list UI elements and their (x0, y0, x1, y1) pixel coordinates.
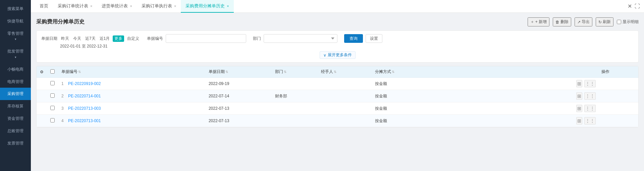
tab-purchase-order-exec[interactable]: 采购订单执行表 × (137, 0, 181, 13)
shortcut-1month[interactable]: 近1月 (99, 35, 111, 42)
doc-no-link[interactable]: PE-20220714-001 (68, 94, 101, 98)
add-button[interactable]: ＋ + 新增 (528, 17, 549, 26)
close-icon[interactable]: × (130, 4, 132, 8)
row-checkbox-cell[interactable] (47, 90, 58, 102)
close-all-icon[interactable]: ✕ (628, 3, 632, 9)
chevron-down-icon: ∨ (323, 53, 326, 58)
row-dept (272, 78, 318, 90)
table-row: 4 PE-20220713-001 2022-07-13 按金额 ⊞ ⋮⋮ (37, 115, 638, 127)
row-split-method: 按金额 (372, 78, 573, 90)
shortcut-more[interactable]: 更多 (113, 35, 124, 42)
close-icon[interactable]: × (227, 4, 229, 8)
row-checkbox[interactable] (50, 118, 55, 122)
row-settings-cell[interactable] (37, 115, 47, 127)
sidebar-item-purchase[interactable]: 采购管理 (0, 88, 31, 100)
show-cols-input[interactable] (617, 20, 621, 24)
row-doc-date: 2022-09-19 (205, 78, 272, 90)
sidebar-item-retail[interactable]: 零售管理 ▾ (0, 27, 31, 46)
col-doc-date-header[interactable]: 单据日期 ⇅ (205, 66, 272, 78)
date-range-display: 2022-01-01 至 2022-12-31 (60, 44, 107, 49)
filter-settings-button[interactable]: 设置 (366, 34, 382, 43)
sidebar-item-ecom[interactable]: 电商管理 (0, 76, 31, 88)
tab-inbound-stats[interactable]: 进货单统计表 × (97, 0, 137, 13)
page-content: 采购费用分摊单历史 ＋ + 新增 🗑 删除 ↗ 导出 ↻ 刷新 (31, 13, 644, 171)
sidebar-item-finance[interactable]: 资金管理 (0, 112, 31, 125)
col-handler-label: 经手人 (321, 69, 333, 75)
sidebar-item-invoice[interactable]: 发票管理 (0, 137, 31, 150)
more-ops-icon[interactable]: ⋮⋮ (584, 105, 596, 112)
show-cols-checkbox[interactable]: 显示明细 (617, 19, 639, 25)
col-checkbox-header[interactable] (47, 66, 58, 78)
expand-conditions-button[interactable]: ∨ 展开更多条件 (320, 51, 356, 59)
row-settings-cell[interactable] (37, 78, 47, 90)
col-ops-header: 操作 (573, 66, 638, 78)
doc-no-input[interactable] (166, 34, 246, 43)
col-handler-header[interactable]: 经手人 ⇅ (318, 66, 372, 78)
delete-button[interactable]: 🗑 删除 (553, 17, 571, 26)
row-checkbox-cell[interactable] (47, 115, 58, 127)
row-settings-cell[interactable] (37, 90, 47, 102)
row-doc-date: 2022-07-13 (205, 115, 272, 127)
select-all-checkbox[interactable] (50, 69, 55, 74)
row-doc-no[interactable]: 3 PE-20220713-003 (58, 102, 205, 115)
view-icon[interactable]: ⊞ (576, 117, 582, 124)
more-ops-icon[interactable]: ⋮⋮ (584, 80, 596, 87)
toolbar: ＋ + 新增 🗑 删除 ↗ 导出 ↻ 刷新 显示明细 (528, 17, 639, 26)
plus-icon: ＋ (530, 19, 534, 25)
view-icon[interactable]: ⊞ (576, 92, 582, 100)
export-button[interactable]: ↗ 导出 (575, 17, 592, 26)
row-settings-cell[interactable] (37, 102, 47, 115)
view-icon[interactable]: ⊞ (576, 105, 582, 112)
close-icon[interactable]: × (174, 4, 176, 8)
row-checkbox[interactable] (50, 106, 55, 110)
row-doc-no[interactable]: 4 PE-20220713-001 (58, 115, 205, 127)
row-checkbox[interactable] (50, 93, 55, 98)
row-checkbox[interactable] (50, 81, 55, 85)
sidebar-item-wholesale[interactable]: 批发管理 ▾ (0, 45, 31, 63)
tab-purchase-cost-split[interactable]: 采购费用分摊单历史 × (181, 0, 233, 13)
fullscreen-icon[interactable]: ⛶ (635, 3, 640, 9)
tab-purchase-order-stats[interactable]: 采购订单统计表 × (53, 0, 97, 13)
sort-icon: ⇅ (334, 70, 336, 74)
doc-no-link[interactable]: PE-20220713-003 (68, 106, 101, 111)
more-ops-icon[interactable]: ⋮⋮ (584, 92, 596, 100)
sidebar-item-inventory[interactable]: 库存核算 (0, 100, 31, 112)
shortcut-today[interactable]: 今天 (72, 35, 82, 42)
row-doc-no[interactable]: 1 PE-20220919-002 (58, 78, 205, 90)
col-split-method-header[interactable]: 分摊方式 ⇅ (372, 66, 573, 78)
shortcut-custom[interactable]: 自定义 (126, 35, 140, 42)
row-doc-no[interactable]: 2 PE-20220714-001 (58, 90, 205, 102)
table-row: 3 PE-20220713-003 2022-07-13 按金额 ⊞ ⋮⋮ (37, 102, 638, 115)
row-ops: ⊞ ⋮⋮ (573, 90, 638, 102)
shortcut-7days[interactable]: 近7天 (84, 35, 97, 42)
view-icon[interactable]: ⊞ (576, 80, 582, 87)
row-number: 2 (61, 94, 64, 98)
sidebar-item-mini-ecom[interactable]: 小畅电商 (0, 63, 31, 76)
more-ops-icon[interactable]: ⋮⋮ (584, 117, 596, 124)
dept-select[interactable] (264, 34, 337, 43)
delete-icon: 🗑 (555, 20, 559, 24)
sidebar-item-ledger[interactable]: 总账管理 (0, 125, 31, 137)
col-settings-header[interactable]: ⚙ (37, 66, 47, 78)
sort-icon: ⇅ (392, 70, 394, 74)
date-filter-group: 单据日期 昨天 今天 近7天 近1月 更多 自定义 (41, 35, 140, 42)
refresh-button[interactable]: ↻ 刷新 (596, 17, 613, 26)
close-icon[interactable]: × (90, 4, 92, 8)
date-label: 单据日期 (41, 36, 57, 41)
doc-no-link[interactable]: PE-20220919-002 (68, 81, 101, 86)
sidebar-item-search[interactable]: 搜索菜单 (0, 3, 31, 15)
row-dept (272, 115, 318, 127)
col-doc-no-header[interactable]: 单据编号 ⇅ (58, 66, 205, 78)
tab-home[interactable]: 首页 (35, 0, 53, 13)
row-checkbox-cell[interactable] (47, 102, 58, 115)
row-checkbox-cell[interactable] (47, 78, 58, 90)
col-dept-header[interactable]: 部门 ⇅ (272, 66, 318, 78)
shortcut-yesterday[interactable]: 昨天 (60, 35, 70, 42)
query-button[interactable]: 查询 (344, 34, 363, 43)
table-row: 2 PE-20220714-001 2022-07-14 财务部 按金额 ⊞ ⋮… (37, 90, 638, 102)
doc-no-link[interactable]: PE-20220713-001 (68, 118, 101, 123)
tab-bar-actions: ✕ ⛶ (628, 3, 640, 9)
sidebar-item-quick-nav[interactable]: 快捷导航 (0, 15, 31, 27)
main-content: 首页 采购订单统计表 × 进货单统计表 × 采购订单执行表 × 采购费用分摊单历… (31, 0, 644, 171)
row-handler (318, 102, 372, 115)
